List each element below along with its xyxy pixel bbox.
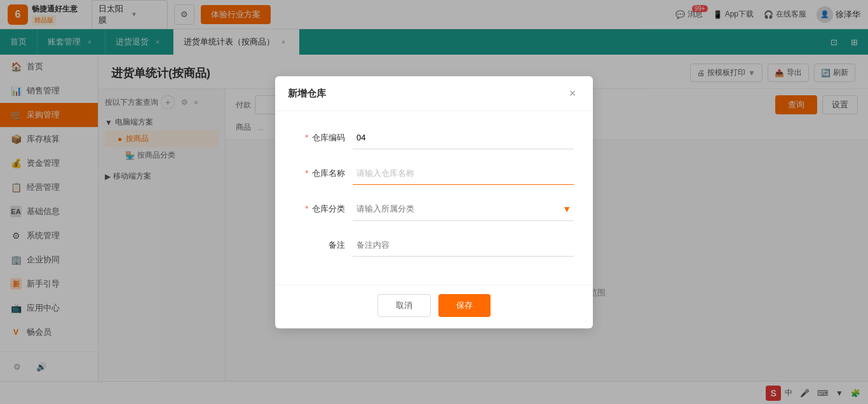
note-input[interactable] [353, 234, 574, 257]
code-label: * 仓库编码 [294, 132, 345, 144]
name-input[interactable] [353, 162, 574, 185]
modal-title: 新增仓库 [288, 88, 326, 100]
code-input[interactable] [353, 126, 574, 149]
modal-close-button[interactable]: × [565, 86, 580, 102]
form-row-name: * 仓库名称 [294, 162, 574, 185]
required-star-category: * [305, 204, 308, 213]
category-select-wrap: ▼ [353, 198, 574, 221]
form-row-category: * 仓库分类 ▼ [294, 198, 574, 221]
save-button[interactable]: 保存 [438, 294, 491, 317]
name-label: * 仓库名称 [294, 168, 345, 179]
modal-new-warehouse: 新增仓库 × * 仓库编码 * 仓库名称 [275, 76, 593, 328]
modal-overlay[interactable]: 新增仓库 × * 仓库编码 * 仓库名称 [0, 0, 868, 404]
form-row-code: * 仓库编码 [294, 126, 574, 149]
required-star-code: * [305, 133, 308, 142]
cancel-button[interactable]: 取消 [377, 294, 431, 317]
modal-header: 新增仓库 × [275, 76, 593, 111]
modal-body: * 仓库编码 * 仓库名称 * 仓库分类 [275, 111, 593, 285]
required-star-name: * [305, 168, 308, 178]
modal-footer: 取消 保存 [275, 285, 593, 328]
category-label: * 仓库分类 [294, 203, 345, 215]
category-dropdown-icon[interactable]: ▼ [562, 204, 574, 214]
form-row-note: 备注 [294, 234, 574, 257]
note-label: 备注 [294, 239, 345, 251]
category-input[interactable] [353, 198, 562, 220]
